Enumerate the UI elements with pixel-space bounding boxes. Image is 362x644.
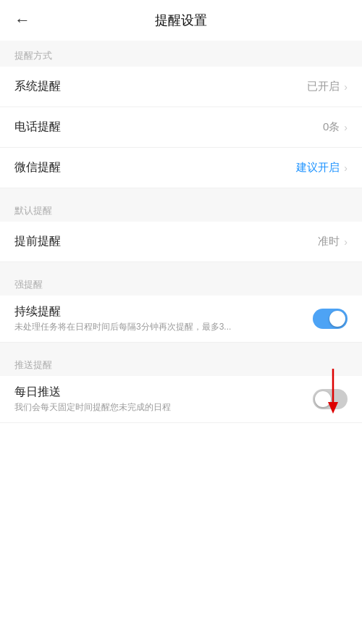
chevron-icon: › bbox=[344, 236, 348, 248]
list-item-persistent-reminder: 持续提醒 未处理任务将在日程时间后每隔3分钟再次提醒，最多3... bbox=[0, 296, 362, 343]
wechat-reminder-title: 微信提醒 bbox=[14, 160, 61, 175]
section-label-default: 默认提醒 bbox=[0, 196, 362, 222]
section-divider bbox=[0, 262, 362, 269]
list-item-system-reminder[interactable]: 系统提醒 已开启 › bbox=[0, 67, 362, 107]
section-divider bbox=[0, 343, 362, 350]
section-label-reminder-type: 提醒方式 bbox=[0, 41, 362, 67]
list-item-phone-reminder[interactable]: 电话提醒 0条 › bbox=[0, 107, 362, 148]
wechat-reminder-value: 建议开启 bbox=[296, 161, 340, 175]
chevron-icon: › bbox=[344, 122, 348, 133]
toggle-knob bbox=[329, 311, 345, 327]
advance-reminder-title: 提前提醒 bbox=[14, 234, 61, 249]
chevron-icon: › bbox=[344, 81, 348, 93]
section-label-strong: 强提醒 bbox=[0, 269, 362, 296]
list-item-daily-push: 每日推送 我们会每天固定时间提醒您未完成的日程 bbox=[0, 376, 362, 423]
daily-push-subtitle: 我们会每天固定时间提醒您未完成的日程 bbox=[14, 401, 171, 414]
section-label-push: 推送提醒 bbox=[0, 350, 362, 376]
list-item-advance-reminder[interactable]: 提前提醒 准时 › bbox=[0, 222, 362, 262]
persistent-reminder-title: 持续提醒 bbox=[14, 304, 231, 319]
persistent-reminder-toggle[interactable] bbox=[313, 309, 348, 329]
persistent-reminder-subtitle: 未处理任务将在日程时间后每隔3分钟再次提醒，最多3... bbox=[14, 321, 231, 333]
daily-push-title: 每日推送 bbox=[14, 385, 171, 400]
phone-reminder-title: 电话提醒 bbox=[14, 120, 61, 135]
advance-reminder-value: 准时 bbox=[318, 235, 340, 248]
list-item-wechat-reminder[interactable]: 微信提醒 建议开启 › bbox=[0, 148, 362, 188]
phone-reminder-value: 0条 bbox=[323, 120, 340, 134]
back-button[interactable]: ← bbox=[14, 11, 30, 30]
system-reminder-title: 系统提醒 bbox=[14, 79, 61, 94]
daily-push-toggle[interactable] bbox=[313, 389, 348, 409]
system-reminder-value: 已开启 bbox=[307, 80, 340, 93]
page-title: 提醒设置 bbox=[155, 12, 207, 29]
section-divider bbox=[0, 188, 362, 196]
toggle-knob bbox=[315, 391, 331, 407]
header: ← 提醒设置 bbox=[0, 0, 362, 41]
arrow-overlay: 每日推送 我们会每天固定时间提醒您未完成的日程 bbox=[0, 376, 362, 423]
chevron-icon: › bbox=[344, 162, 348, 174]
